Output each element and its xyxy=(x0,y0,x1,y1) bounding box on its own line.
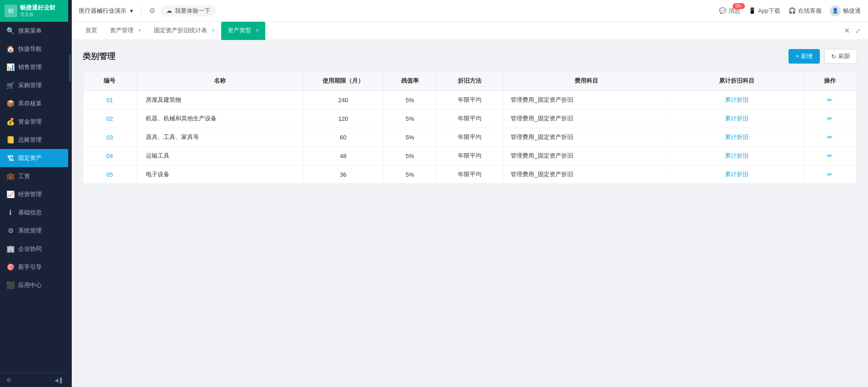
sidebar-item-purchase[interactable]: 🛒 采购管理 xyxy=(0,76,68,94)
cell-period: 48 xyxy=(303,147,383,165)
col-header-no: 编号 xyxy=(83,71,136,91)
tab-window-close-icon[interactable]: ✕ xyxy=(844,26,850,35)
cell-name: 器具、工具、家具等 xyxy=(136,128,303,147)
table-row: 01 房屋及建筑物 240 5% 年限平均 管理费用_固定资产折旧 累计折旧 ✏ xyxy=(83,91,857,109)
sidebar-item-guide[interactable]: 🎯 新手引导 xyxy=(0,258,68,276)
tab-asset-mgmt-close[interactable]: × xyxy=(138,28,141,33)
col-header-op: 操作 xyxy=(803,71,857,91)
topbar: 医疗器械行业演示 ▼ ⚙ ☁ 我要体验一下 💬 消息 99 📱 App下载 🎧 … xyxy=(72,0,868,22)
cell-expense: 管理费用_固定资产折旧 xyxy=(503,147,670,165)
cell-method: 年限平均 xyxy=(436,165,503,184)
cell-accum: 累计折旧 xyxy=(670,91,804,109)
sidebar-item-label: 搜索菜单 xyxy=(18,27,42,35)
ledger-icon: 📒 xyxy=(6,136,15,144)
cell-method: 年限平均 xyxy=(436,128,503,147)
edit-icon[interactable]: ✏ xyxy=(827,96,833,104)
cell-op[interactable]: ✏ xyxy=(803,109,857,128)
category-table: 编号 名称 使用期限（月） 残值率 折旧方法 费用科目 累计折旧科目 操作 01… xyxy=(83,71,857,184)
main-area: 医疗器械行业演示 ▼ ⚙ ☁ 我要体验一下 💬 消息 99 📱 App下载 🎧 … xyxy=(72,0,868,387)
sidebar-item-apps[interactable]: ⬛ 应用中心 xyxy=(0,276,68,294)
sidebar-item-fund[interactable]: 💰 资金管理 xyxy=(0,113,68,131)
col-header-period: 使用期限（月） xyxy=(303,71,383,91)
operations-icon: 📈 xyxy=(6,190,15,198)
sidebar-item-inventory[interactable]: 📦 库存核算 xyxy=(0,94,68,113)
collapse-icon[interactable]: ◀▐ xyxy=(55,377,62,383)
tab-asset-type-label: 资产类型 xyxy=(228,26,251,35)
message-icon: 💬 xyxy=(719,7,726,14)
refresh-button[interactable]: ↻ 刷新 xyxy=(824,49,857,64)
sidebar-item-label: 基础信息 xyxy=(18,208,42,217)
fixed-assets-icon: 🏗 xyxy=(6,154,15,162)
cell-period: 36 xyxy=(303,165,383,184)
sidebar-item-label: 快捷导航 xyxy=(18,45,42,53)
user-area[interactable]: 👤 畅捷通 xyxy=(830,5,861,16)
tab-fixed-assets-table-label: 固定资产折旧统计表 xyxy=(154,26,207,35)
cell-name: 机器、机械和其他生产设备 xyxy=(136,109,303,128)
notifications-button[interactable]: 💬 消息 99 xyxy=(719,7,740,15)
sidebar-scrollbar[interactable] xyxy=(68,0,72,387)
experience-button[interactable]: ☁ 我要体验一下 xyxy=(161,5,216,17)
tab-home-label: 首页 xyxy=(85,26,97,35)
sidebar-item-sales[interactable]: 📊 销售管理 xyxy=(0,58,68,76)
cell-method: 年限平均 xyxy=(436,91,503,109)
cell-op[interactable]: ✏ xyxy=(803,128,857,147)
cell-method: 年限平均 xyxy=(436,109,503,128)
download-icon: 📱 xyxy=(749,7,756,14)
tab-fixed-assets-table[interactable]: 固定资产折旧统计表 × xyxy=(148,22,221,40)
edit-icon[interactable]: ✏ xyxy=(827,171,833,178)
service-icon: 🎧 xyxy=(789,7,796,14)
cell-op[interactable]: ✏ xyxy=(803,165,857,184)
cell-period: 60 xyxy=(303,128,383,147)
sidebar-item-quick-nav[interactable]: 🏠 快捷导航 xyxy=(0,40,68,58)
sidebar-item-label: 应用中心 xyxy=(18,281,42,289)
app-download-button[interactable]: 📱 App下载 xyxy=(749,7,780,15)
sidebar-item-label: 固定资产 xyxy=(18,154,42,162)
tab-home[interactable]: 首页 xyxy=(79,22,104,40)
cell-no: 02 xyxy=(83,109,136,128)
sidebar-item-basic-info[interactable]: ℹ 基础信息 xyxy=(0,203,68,222)
tab-asset-mgmt[interactable]: 资产管理 × xyxy=(104,22,148,40)
topbar-settings-icon[interactable]: ⚙ xyxy=(149,6,155,15)
page-actions: + 新增 ↻ 刷新 xyxy=(789,49,857,64)
page-header: 类别管理 + 新增 ↻ 刷新 xyxy=(83,49,857,64)
cell-accum: 累计折旧 xyxy=(670,165,804,184)
cell-no: 03 xyxy=(83,128,136,147)
tab-asset-type[interactable]: 资产类型 × xyxy=(221,22,265,40)
cell-accum: 累计折旧 xyxy=(670,128,804,147)
cell-residual: 5% xyxy=(383,91,436,109)
cell-op[interactable]: ✏ xyxy=(803,147,857,165)
sidebar-item-label: 经营管理 xyxy=(18,190,42,198)
sidebar-scroll-thumb xyxy=(69,55,71,82)
sidebar-item-fixed-assets[interactable]: 🏗 固定资产 xyxy=(0,149,68,167)
experience-text: 我要体验一下 xyxy=(175,7,210,15)
tab-window-expand-icon[interactable]: ⤢ xyxy=(855,27,861,35)
cell-residual: 5% xyxy=(383,165,436,184)
edit-icon[interactable]: ✏ xyxy=(827,115,833,122)
sidebar-item-search[interactable]: 🔍 搜索菜单 xyxy=(0,22,68,40)
app-name: 医疗器械行业演示 xyxy=(79,7,126,15)
edit-icon[interactable]: ✏ xyxy=(827,134,833,141)
sidebar-item-enterprise[interactable]: 🏢 企业协同 xyxy=(0,240,68,258)
sidebar-item-system[interactable]: ⚙ 系统管理 xyxy=(0,222,68,240)
online-service-button[interactable]: 🎧 在线客服 xyxy=(789,7,822,15)
cell-op[interactable]: ✏ xyxy=(803,91,857,109)
edit-icon[interactable]: ✏ xyxy=(827,152,833,159)
sidebar-item-ledger[interactable]: 📒 总账管理 xyxy=(0,131,68,149)
cell-accum: 累计折旧 xyxy=(670,109,804,128)
app-selector[interactable]: 医疗器械行业演示 ▼ xyxy=(79,7,134,15)
settings-icon[interactable]: ⚙ xyxy=(6,377,11,383)
fund-icon: 💰 xyxy=(6,118,15,126)
sidebar-item-operations[interactable]: 📈 经营管理 xyxy=(0,185,68,203)
sidebar-item-label: 企业协同 xyxy=(18,245,42,253)
apps-icon: ⬛ xyxy=(6,281,15,289)
tab-asset-mgmt-label: 资产管理 xyxy=(110,26,134,35)
table-row: 05 电子设备 36 5% 年限平均 管理费用_固定资产折旧 累计折旧 ✏ xyxy=(83,165,857,184)
cell-expense: 管理费用_固定资产折旧 xyxy=(503,128,670,147)
sidebar-item-payroll[interactable]: 💼 工资 xyxy=(0,167,68,185)
logo-icon: 财 xyxy=(5,5,17,17)
cell-expense: 管理费用_固定资产折旧 xyxy=(503,91,670,109)
sidebar-item-label: 资金管理 xyxy=(18,118,42,126)
tab-asset-type-close[interactable]: × xyxy=(256,28,259,33)
new-button[interactable]: + 新增 xyxy=(789,49,820,64)
tab-fixed-assets-table-close[interactable]: × xyxy=(212,28,215,33)
